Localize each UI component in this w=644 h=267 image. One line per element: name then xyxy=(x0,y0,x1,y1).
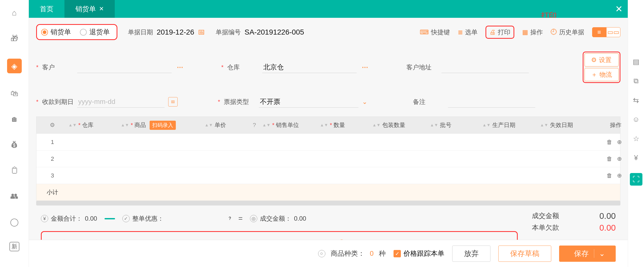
attachment-icon[interactable]: ⧉ xyxy=(634,77,638,85)
totals-row: ¥金额合计：0.00 ✓整单优惠： ? = ◎成交金额：0.00 成交金额0.0… xyxy=(29,205,628,223)
col-product[interactable]: ▲▼*商品扫码录入 xyxy=(118,121,201,130)
tab-home-label: 首页 xyxy=(40,4,53,14)
radio-sale[interactable]: 销货单 xyxy=(41,27,71,37)
table-row[interactable]: 3🗑︎⊕ xyxy=(36,167,620,184)
settings-button[interactable]: ⚙设置 xyxy=(585,53,619,66)
save-button[interactable]: 保存⌄ xyxy=(559,246,616,262)
help-icon[interactable]: ? xyxy=(229,216,231,221)
clipboard-icon[interactable]: 📋︎ xyxy=(9,165,20,176)
table-row[interactable]: 2🗑︎⊕ xyxy=(36,150,620,167)
logistics-button[interactable]: ＋物流 xyxy=(585,68,619,81)
add-row-icon[interactable]: ⊕ xyxy=(617,139,622,146)
equals-icon: = xyxy=(238,214,243,223)
col-prod-date[interactable]: ▲▼生产日期 xyxy=(479,121,537,129)
star-icon[interactable]: ☆ xyxy=(633,135,639,143)
discard-button[interactable]: 放弃 xyxy=(452,246,490,262)
window-close-icon[interactable]: ✕ xyxy=(610,0,628,18)
view-card-button[interactable]: ▭▭ xyxy=(606,27,620,37)
warehouse-lookup-icon[interactable]: ⋯ xyxy=(360,64,369,71)
footer-bar: ○ 商品种类： 0 种 ✓价格跟踪本单 放弃 保存草稿 保存⌄ xyxy=(29,240,628,267)
view-list-button[interactable]: ≡ xyxy=(592,27,606,37)
price-track-checkbox[interactable]: ✓价格跟踪本单 xyxy=(394,249,444,258)
col-pack-qty[interactable]: ▲▼包装数量 xyxy=(369,121,427,129)
col-qty[interactable]: ▲▼*数量 xyxy=(317,121,369,129)
col-unit[interactable]: ▲▼*销售单位 xyxy=(259,121,317,129)
trash-icon[interactable]: 🗑︎ xyxy=(607,139,612,146)
customer-field: * 客户 ⋯ xyxy=(36,62,184,73)
remark-input[interactable] xyxy=(448,96,535,108)
warehouse-icon[interactable]: 🏠︎ xyxy=(9,114,20,125)
help-icon[interactable]: ? xyxy=(253,122,256,129)
yen-icon[interactable]: ¥ xyxy=(634,154,638,162)
doc-number-label: 单据编号 xyxy=(216,28,241,36)
col-exp-date[interactable]: ▲▼失效日期 xyxy=(537,121,594,129)
horizontal-scrollbar[interactable] xyxy=(36,201,620,205)
col-price[interactable]: ▲▼单价? xyxy=(201,121,259,129)
operate-button[interactable]: ▦操作 xyxy=(522,28,543,36)
address-input[interactable] xyxy=(441,62,529,73)
calendar-icon[interactable]: 📅︎ xyxy=(168,97,178,107)
top-tab-bar: 首页 销货单 ✕ ✕ xyxy=(29,0,628,18)
customer-input[interactable] xyxy=(77,62,172,73)
gear-icon[interactable]: ⚙ xyxy=(50,122,55,129)
warehouse-label: 仓库 xyxy=(227,63,259,71)
customer-lookup-icon[interactable]: ⋯ xyxy=(175,64,184,71)
main-content: 销货单 退货单 单据日期 2019-12-26 📅︎ 单据编号 SA-20191… xyxy=(29,18,628,267)
money-bag-icon[interactable]: 💰︎ xyxy=(9,139,20,150)
due-date-input[interactable] xyxy=(77,96,165,108)
kinds-stat: ○ 商品种类： 0 种 xyxy=(318,249,386,258)
invoice-select[interactable] xyxy=(259,96,358,108)
scan-entry-button[interactable]: 扫码录入 xyxy=(150,121,176,130)
note-icon[interactable]: ▤ xyxy=(633,58,640,66)
doc-date-value[interactable]: 2019-12-26 xyxy=(157,28,194,36)
gear-icon: ⚙ xyxy=(591,56,597,64)
doc-date-label: 单据日期 xyxy=(128,28,153,36)
checkbox-icon: ✓ xyxy=(394,250,401,257)
invoice-label: 票据类型 xyxy=(224,98,255,106)
new-badge[interactable]: 新 xyxy=(9,242,19,251)
currency-convert-icon[interactable]: ⇆ xyxy=(633,96,639,104)
trash-icon[interactable]: 🗑︎ xyxy=(607,155,612,162)
remark-label: 备注 xyxy=(413,98,444,106)
tab-home[interactable]: 首页 xyxy=(29,0,64,18)
radio-return-label: 退货单 xyxy=(89,27,110,37)
save-draft-button[interactable]: 保存草稿 xyxy=(498,246,551,262)
kinds-count: 0 xyxy=(370,249,374,258)
history-button[interactable]: 🕘︎历史单据 xyxy=(551,28,584,36)
contacts-icon[interactable]: 👥︎ xyxy=(9,191,20,202)
trash-icon[interactable]: 🗑︎ xyxy=(607,172,612,179)
right-tool-rail: ▤ ⧉ ⇆ ☺ ☆ ¥ ⛶ xyxy=(628,0,644,267)
print-button[interactable]: 🖨︎打印 xyxy=(485,26,514,39)
chevron-down-icon[interactable]: ⌄ xyxy=(362,98,367,105)
doc-type-toggle: 销货单 退货单 xyxy=(36,24,117,40)
summary-owe-value: 0.00 xyxy=(599,223,616,233)
gift-icon[interactable]: 🎁︎ xyxy=(9,33,20,44)
col-warehouse[interactable]: ▲▼*仓库 xyxy=(65,121,118,129)
radio-return[interactable]: 退货单 xyxy=(80,27,110,37)
radio-sale-label: 销货单 xyxy=(51,27,71,37)
summary-card: 成交金额0.00 本单欠款0.00 xyxy=(532,210,616,234)
col-batch[interactable]: ▲▼批号 xyxy=(427,121,479,129)
chevron-down-icon[interactable]: ⌄ xyxy=(594,249,605,258)
refresh-icon[interactable]: ◯ xyxy=(9,216,20,227)
whole-discount[interactable]: ✓整单优惠： xyxy=(122,214,164,223)
home-icon[interactable]: ⌂ xyxy=(9,7,20,18)
close-icon[interactable]: ✕ xyxy=(99,5,104,12)
amount-total: ¥金额合计：0.00 xyxy=(41,214,97,223)
target-icon: ◎ xyxy=(250,215,257,222)
pick-button[interactable]: ≣选单 xyxy=(458,28,478,36)
add-row-icon[interactable]: ⊕ xyxy=(617,172,622,179)
tab-current[interactable]: 销货单 ✕ xyxy=(64,0,115,18)
summary-deal-value: 0.00 xyxy=(599,211,616,221)
warehouse-input[interactable] xyxy=(262,62,357,73)
table-row[interactable]: 1🗑︎⊕ xyxy=(36,134,620,150)
bag-icon[interactable]: 🛍︎ xyxy=(9,88,20,99)
calendar-icon[interactable]: 📅︎ xyxy=(198,28,205,36)
subtotal-row: 小计 xyxy=(36,184,620,201)
list-icon: ≣ xyxy=(458,29,463,36)
info-icon: ○ xyxy=(318,250,325,257)
shortcut-button[interactable]: ⌨快捷键 xyxy=(420,28,450,36)
customer-label: 客户 xyxy=(42,63,74,71)
sales-icon[interactable]: ◈ xyxy=(7,59,22,73)
add-row-icon[interactable]: ⊕ xyxy=(617,155,622,162)
